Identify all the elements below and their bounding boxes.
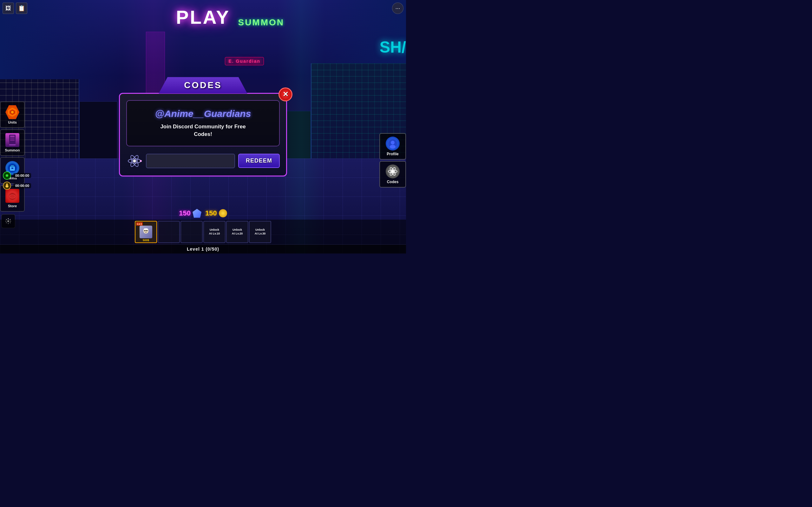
redeem-button[interactable]: REDEEM: [238, 154, 280, 168]
svg-point-27: [133, 159, 136, 163]
modal-title: CODES: [184, 80, 222, 90]
modal-body: ✕ @Anime__Guardians Join Discord Communi…: [119, 93, 287, 176]
svg-point-31: [140, 160, 142, 162]
modal-title-tab: CODES: [159, 77, 247, 94]
codes-modal: CODES ✕ @Anime__Guardians Join Discord C…: [119, 77, 287, 176]
discord-text: Join Discord Community for FreeCodes!: [133, 123, 273, 138]
discord-handle: @Anime__Guardians: [133, 108, 273, 119]
code-input[interactable]: [146, 154, 235, 168]
modal-overlay: CODES ✕ @Anime__Guardians Join Discord C…: [0, 0, 406, 253]
info-box: @Anime__Guardians Join Discord Community…: [126, 100, 280, 147]
input-row: REDEEM: [126, 153, 280, 169]
modal-header: CODES: [119, 77, 287, 94]
close-button[interactable]: ✕: [278, 88, 293, 101]
atom-icon: [126, 153, 143, 169]
